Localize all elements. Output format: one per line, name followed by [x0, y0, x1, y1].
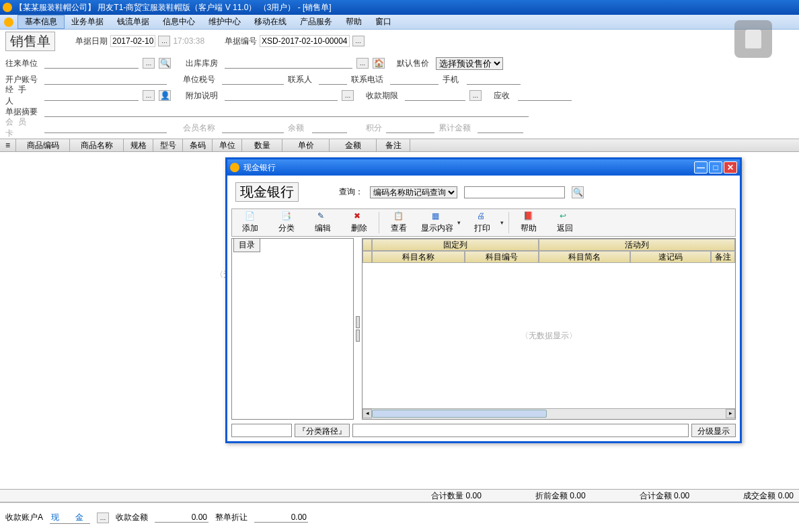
maximize-button[interactable]: □ [709, 161, 722, 174]
delete-button[interactable]: ✖删除 [341, 209, 377, 236]
balance-input [312, 122, 347, 133]
col-remark[interactable]: 备注 [377, 139, 410, 151]
date-picker-button[interactable]: … [158, 36, 170, 46]
receivable-input[interactable] [518, 90, 572, 101]
menu-help[interactable]: 帮助 [339, 15, 369, 29]
col-model[interactable]: 型号 [153, 139, 183, 151]
close-button[interactable]: ✕ [724, 161, 737, 174]
view-button[interactable]: 📋查看 [381, 209, 417, 236]
col-subject-short[interactable]: 科目简名 [539, 251, 630, 263]
receivable-label: 应收 [494, 90, 514, 102]
col-amount[interactable]: 金额 [330, 139, 377, 151]
pay-disc-value[interactable]: 0.00 [254, 512, 308, 523]
pay-acct-value[interactable]: 现 金 [50, 512, 90, 524]
docno-input[interactable]: XSD-2017-02-10-00004 [260, 35, 349, 47]
search-label: 查询： [339, 186, 363, 198]
handler-person-icon[interactable]: 👤 [159, 90, 171, 101]
menu-product[interactable]: 产品服务 [293, 15, 339, 29]
due-input[interactable] [405, 90, 465, 101]
dialog-title: 现金银行 [243, 162, 276, 174]
menu-window[interactable]: 窗口 [369, 15, 398, 29]
search-input[interactable] [464, 186, 565, 198]
search-mode-select[interactable]: 编码名称助记码查询 [370, 186, 457, 198]
note-input[interactable] [225, 90, 338, 101]
handler-input[interactable] [44, 90, 139, 101]
due-picker-button[interactable]: … [469, 90, 482, 101]
total-label: 累计金额 [439, 122, 473, 134]
company-lookup-icon[interactable]: 🔍 [159, 58, 171, 69]
total-pre-label: 折前金额 [535, 491, 568, 500]
col-code[interactable]: 商品编码 [16, 139, 70, 151]
handler-picker-button[interactable]: … [143, 90, 155, 101]
summary-input[interactable] [44, 106, 529, 117]
data-empty-text: 〈无数据显示〉 [363, 263, 735, 408]
time-display: 17:03:38 [173, 36, 204, 46]
card-input[interactable] [44, 122, 167, 133]
col-barcode[interactable]: 条码 [183, 139, 213, 151]
card-label: 会 员 卡 [5, 116, 40, 139]
dialog-toolbar: 📄添加 📑分类 ✎编辑 ✖删除 📋查看 ▦显示内容 ▾ 🖨打印 ▾ 📕帮助 ↩返… [231, 208, 736, 237]
horizontal-scrollbar[interactable]: ◂ ▸ [363, 408, 735, 419]
warehouse-picker-button[interactable]: … [356, 58, 369, 69]
col-name[interactable]: 商品名称 [70, 139, 124, 151]
tax-input[interactable] [222, 74, 284, 85]
company-input[interactable] [44, 58, 139, 69]
add-button[interactable]: 📄添加 [232, 209, 268, 236]
phone-input[interactable] [390, 74, 439, 85]
print-button[interactable]: 🖨打印 [464, 209, 500, 236]
col-subject-name[interactable]: 科目名称 [372, 251, 465, 263]
company-picker-button[interactable]: … [143, 58, 155, 69]
col-remark2[interactable]: 备注 [711, 251, 735, 263]
scroll-left-icon[interactable]: ◂ [363, 409, 372, 418]
pay-amt-value[interactable]: 0.00 [155, 512, 208, 523]
price-select[interactable]: 选择预设售价 [436, 57, 503, 70]
total-amt-value: 0.00 [674, 491, 689, 500]
menu-maint[interactable]: 维护中心 [202, 15, 248, 29]
splitter[interactable] [355, 238, 360, 420]
back-button[interactable]: ↩返回 [547, 209, 583, 236]
display-button[interactable]: ▦显示内容 [417, 209, 457, 236]
contact-input[interactable] [319, 74, 347, 85]
docno-picker-button[interactable]: … [352, 36, 365, 46]
mname-label: 会员名称 [183, 122, 218, 134]
level-display-button[interactable]: 分级显示 [691, 424, 736, 437]
scroll-thumb[interactable] [372, 410, 547, 418]
menu-mobile[interactable]: 移动在线 [248, 15, 293, 29]
col-spec[interactable]: 规格 [124, 139, 153, 151]
balance-label: 余额 [288, 122, 308, 134]
menu-biz[interactable]: 业务单据 [65, 15, 110, 29]
help-button[interactable]: 📕帮助 [510, 209, 547, 236]
mobile-label: 手机 [443, 74, 463, 85]
print-dropdown-icon[interactable]: ▾ [500, 219, 507, 226]
menubar: 基本信息 业务单据 钱流单据 信息中心 维护中心 移动在线 产品服务 帮助 窗口 [0, 15, 799, 30]
col-unit[interactable]: 单位 [213, 139, 242, 151]
note-picker-button[interactable]: … [342, 90, 354, 101]
tree-tab[interactable]: 目录 [233, 238, 260, 252]
pay-acct-picker-button[interactable]: … [97, 512, 109, 523]
bank-input[interactable] [44, 74, 167, 85]
col-mnemonic[interactable]: 速记码 [630, 251, 711, 263]
col-qty[interactable]: 数量 [242, 139, 282, 151]
tree-body[interactable] [232, 252, 353, 419]
edit-button[interactable]: ✎编辑 [305, 209, 341, 236]
scroll-right-icon[interactable]: ▸ [726, 409, 735, 418]
display-dropdown-icon[interactable]: ▾ [457, 219, 464, 226]
warehouse-home-icon[interactable]: 🏠 [373, 58, 385, 69]
warehouse-input[interactable] [225, 58, 352, 69]
dialog-titlebar[interactable]: 现金银行 ― □ ✕ [227, 159, 740, 176]
category-button[interactable]: 📑分类 [268, 209, 305, 236]
col-subject-code[interactable]: 科目编号 [465, 251, 539, 263]
row-selector-icon[interactable]: ≡ [0, 139, 16, 151]
menu-info[interactable]: 信息中心 [156, 15, 202, 29]
phone-label: 联系电话 [351, 74, 386, 85]
pay-acct-label: 收款账户A [5, 512, 43, 523]
col-price[interactable]: 单价 [282, 139, 330, 151]
mobile-input[interactable] [467, 74, 521, 85]
search-icon[interactable]: 🔍 [572, 186, 584, 198]
date-input[interactable]: 2017-02-10 [110, 35, 155, 47]
pay-disc-label: 整单折让 [215, 512, 248, 523]
menu-basic[interactable]: 基本信息 [17, 15, 65, 29]
total-deal-value: 0.00 [778, 491, 794, 500]
menu-cash[interactable]: 钱流单据 [110, 15, 156, 29]
minimize-button[interactable]: ― [694, 161, 708, 174]
